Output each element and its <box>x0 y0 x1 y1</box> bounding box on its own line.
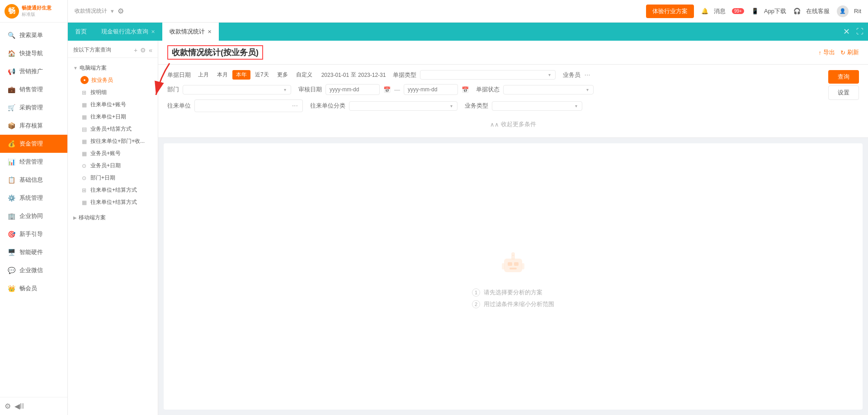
doc-status-label: 单据状态 <box>476 85 500 94</box>
gear-icon: ⚙️ <box>7 193 16 203</box>
tab-receipt-close-icon[interactable]: ✕ <box>208 29 212 35</box>
topbar-settings-icon[interactable]: ⚙ <box>118 7 124 15</box>
tree-item-partner-account[interactable]: ▦ 往来单位+账号 <box>71 99 154 111</box>
app-download-group[interactable]: 📱 App下载 <box>751 7 786 15</box>
partner-category-arrow: ▾ <box>450 104 453 108</box>
date-tab-more[interactable]: 更多 <box>274 70 292 80</box>
tree-item-partner-dept-receipt[interactable]: ▦ 按往来单位+部门+收... <box>71 135 154 147</box>
sidebar-item-search[interactable]: 🔍 搜索菜单 <box>0 26 67 44</box>
svg-point-5 <box>511 252 515 256</box>
active-dot-icon: ● <box>80 76 89 84</box>
tree-group-mobile: ▶ 移动端方案 <box>68 210 158 225</box>
tab-bank[interactable]: 现金银行流水查询 ✕ <box>94 23 162 41</box>
sidebar-item-inventory[interactable]: 📦 库存核算 <box>0 117 67 135</box>
add-scheme-icon[interactable]: + <box>134 47 137 54</box>
settings-btn[interactable]: 设置 <box>828 85 859 100</box>
query-btn[interactable]: 查询 <box>828 70 859 84</box>
tip-num-2: 2 <box>472 300 480 308</box>
tree-group-mobile-label[interactable]: ▶ 移动端方案 <box>71 212 154 223</box>
user-name: Rit <box>854 8 861 14</box>
online-service-label: 在线客服 <box>806 7 830 15</box>
biz-type-select[interactable]: ▾ <box>492 101 582 111</box>
refresh-icon: ↻ <box>840 49 845 56</box>
sidebar-item-wechat[interactable]: 💬 企业微信 <box>0 261 67 279</box>
review-date-to-input[interactable] <box>404 84 458 95</box>
refresh-btn[interactable]: ↻ 刷新 <box>840 48 859 57</box>
export-icon: ↑ <box>819 49 822 56</box>
partner-category-select[interactable]: ▾ <box>349 101 458 111</box>
empty-tips: 1 请先选择要分析的方案 2 用过滤条件来缩小分析范围 <box>472 288 554 308</box>
date-tab-this-month[interactable]: 本月 <box>213 70 231 80</box>
doc-status-select[interactable]: ▾ <box>503 85 594 94</box>
tree-item-partner-settlement1[interactable]: ⊞ 往来单位+结算方式 <box>71 184 154 196</box>
tree-item-salesperson-account[interactable]: ▦ 业务员+账号 <box>71 147 154 160</box>
doc-status-filter-item: 单据状态 ▾ <box>476 85 594 94</box>
doc-type-select[interactable]: ▾ <box>420 70 556 80</box>
doc-status-arrow: ▾ <box>586 87 589 92</box>
query-btns: 查询 设置 <box>828 70 859 100</box>
table-icon-1: ▦ <box>80 101 88 108</box>
sidebar-item-guide[interactable]: 🎯 新手引导 <box>0 225 67 243</box>
tree-item-by-detail[interactable]: ⊞ 按明细 <box>71 86 154 99</box>
online-service-group[interactable]: 🎧 在线客服 <box>793 7 830 15</box>
sidebar-item-operation[interactable]: 📊 经营管理 <box>0 153 67 171</box>
sidebar-item-purchase[interactable]: 🛒 采购管理 <box>0 99 67 117</box>
tab-receipt[interactable]: 收款情况统计 ✕ <box>162 23 219 41</box>
topbar-right: 体验行业方案 🔔 消息 99+ 📱 App下载 🎧 在线客服 👤 Rit <box>646 5 861 18</box>
sidebar-item-hardware[interactable]: 🖥️ 智能硬件 <box>0 243 67 261</box>
tree-item-salesperson-settlement-label: 业务员+结算方式 <box>90 125 132 133</box>
sidebar-item-nav[interactable]: 🏠 快捷导航 <box>0 44 67 62</box>
tip-text-1: 请先选择要分析的方案 <box>484 288 542 297</box>
tabbar-close-icon[interactable]: ✕ <box>843 27 850 37</box>
date-tab-last-month[interactable]: 上月 <box>194 70 212 80</box>
footer-collapse-icon[interactable]: ◀II <box>14 402 24 410</box>
dept-select[interactable]: ▾ <box>183 85 291 94</box>
partner-select[interactable]: ··· <box>194 99 303 112</box>
partner-filter-item: 往来单位 ··· <box>167 99 303 112</box>
scheme-settings-icon[interactable]: ⚙ <box>140 47 146 54</box>
sidebar-item-basic[interactable]: 📋 基础信息 <box>0 171 67 189</box>
tree-item-salesperson-date[interactable]: ⊙ 业务员+日期 <box>71 160 154 172</box>
partner-category-filter-item: 往来单位分类 ▾ <box>310 101 458 111</box>
logo-text: 畅捷通好生意 标准版 <box>22 5 52 18</box>
partner-dots[interactable]: ··· <box>292 102 298 110</box>
tab-bank-label: 现金银行流水查询 <box>101 28 148 36</box>
sidebar-item-enterprise[interactable]: 🏢 企业协同 <box>0 207 67 225</box>
date-tab-7days[interactable]: 近7天 <box>251 70 273 80</box>
export-btn[interactable]: ↑ 导出 <box>819 48 835 57</box>
sidebar-item-finance[interactable]: 💰 资金管理 <box>0 135 67 153</box>
date-tab-custom[interactable]: 自定义 <box>292 70 316 80</box>
tree-item-partner-date[interactable]: ▦ 往来单位+日期 <box>71 111 154 123</box>
sidebar-item-member[interactable]: 👑 畅会员 <box>0 279 67 297</box>
date-range: 2023-01-01 至 2023-12-31 <box>321 71 386 79</box>
footer-settings-icon[interactable]: ⚙ <box>5 402 11 410</box>
sidebar-footer: ⚙ ◀II <box>0 397 67 415</box>
trial-btn[interactable]: 体验行业方案 <box>646 5 694 18</box>
review-date-from-input[interactable] <box>326 84 380 95</box>
collapse-bar[interactable]: ∧∧ 收起更多条件 <box>167 117 859 132</box>
collapse-panel-icon[interactable]: « <box>149 47 152 54</box>
biz-type-filter-item: 业务类型 ▾ <box>465 101 582 111</box>
tab-bank-close-icon[interactable]: ✕ <box>151 29 155 35</box>
calendar-icon-1[interactable]: 📅 <box>383 86 391 93</box>
tabbar-expand-icon[interactable]: ⛶ <box>856 28 863 36</box>
user-group[interactable]: 👤 Rit <box>837 5 861 17</box>
tab-home[interactable]: 首页 <box>68 23 94 41</box>
building-icon: 🏢 <box>7 212 16 221</box>
sidebar-item-system[interactable]: ⚙️ 系统管理 <box>0 189 67 207</box>
notification-group[interactable]: 🔔 消息 99+ <box>701 7 744 15</box>
sidebar-item-marketing[interactable]: 📢 营销推广 <box>0 62 67 80</box>
tree-item-by-salesperson[interactable]: ● 按业务员 <box>71 74 154 86</box>
tree-item-partner-settlement2[interactable]: ▦ 往来单位+结算方式 <box>71 196 154 208</box>
left-panel-icons: + ⚙ « <box>134 47 152 54</box>
calendar-icon-2[interactable]: 📅 <box>462 86 469 93</box>
topbar-dropdown-icon[interactable]: ▾ <box>111 8 114 14</box>
date-tab-this-year[interactable]: 本年 <box>232 70 250 80</box>
sidebar-item-sales[interactable]: 💼 销售管理 <box>0 80 67 99</box>
tree-group-desktop-label[interactable]: ▼ 电脑端方案 <box>71 62 154 74</box>
tree-item-salesperson-settlement[interactable]: ▤ 业务员+结算方式 <box>71 123 154 135</box>
empty-robot-icon <box>495 245 531 281</box>
tree-item-dept-date[interactable]: ⊙ 部门+日期 <box>71 172 154 184</box>
salesperson-dots[interactable]: ··· <box>584 71 590 79</box>
tree-item-partner-settlement2-label: 往来单位+结算方式 <box>90 198 137 206</box>
